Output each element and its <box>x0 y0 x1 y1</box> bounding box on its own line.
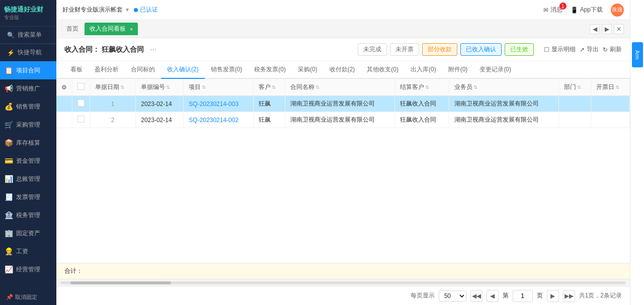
per-page-select[interactable]: 50 100 200 <box>439 290 466 301</box>
row-dept <box>591 96 629 112</box>
capital-icon: 💳 <box>4 156 13 165</box>
tab-close-button[interactable]: ✕ <box>614 24 624 34</box>
table-row[interactable]: 1 2023-02-14 SQ-20230214-003 狂飙 湖南卫视商业运营… <box>56 96 630 112</box>
total-pages-info: 共1页，2条记录 <box>579 291 622 300</box>
status-btn-active[interactable]: 已生效 <box>505 43 534 56</box>
settings-col-header[interactable]: ⚙ <box>56 79 72 96</box>
app-download-button[interactable]: 📱 App下载 <box>571 6 603 14</box>
scrollbar-thumb[interactable] <box>70 281 171 284</box>
sidebar-item-tax[interactable]: 🏦 税务管理 <box>0 206 56 224</box>
sidebar-item-label: 项目合同 <box>16 66 40 75</box>
sidebar-item-purchase[interactable]: 🛒 采购管理 <box>0 116 56 134</box>
row-checkbox[interactable] <box>72 112 90 128</box>
refresh-button[interactable]: ↻ 刷新 <box>603 45 622 54</box>
status-btn-uninvoiced[interactable]: 未开票 <box>390 43 419 56</box>
contract-header: 收入合同： 狂飙收入合同 ··· 未完成 未开票 部分收款 已收入确认 已生效 … <box>56 38 630 61</box>
export-button[interactable]: ↗ 导出 <box>580 45 599 54</box>
sidebar-item-label: 销售管理 <box>16 103 40 111</box>
search-label: 搜索菜单 <box>18 31 42 39</box>
sub-tabs: 看板 盈利分析 合同标的 收入确认(2) 销售发票(0) 税务发票(0) 采购(… <box>56 61 630 79</box>
next-page-button[interactable]: ▶ <box>547 290 559 302</box>
ops-icon: 📈 <box>4 265 13 274</box>
tabbar: 首页 收入合同看板 × ◀ ▶ ✕ <box>56 20 630 38</box>
sidebar-search[interactable]: 🔍 搜索菜单 <box>0 27 56 44</box>
table-row[interactable]: 2 2023-02-14 SQ-20230214-002 狂飙 湖南卫视商业运营… <box>56 112 630 128</box>
message-button[interactable]: ✉ 1 消息 <box>543 6 562 14</box>
tab-next-button[interactable]: ▶ <box>602 24 612 34</box>
sub-tab-tax-invoice[interactable]: 税务发票(0) <box>248 61 292 79</box>
topbar-right: ✉ 1 消息 📱 App下载 珠珠 <box>543 4 624 17</box>
first-page-button[interactable]: ◀◀ <box>470 290 482 302</box>
sidebar-item-invoice[interactable]: 🧾 发票管理 <box>0 188 56 206</box>
sidebar-item-inventory[interactable]: 📦 库存核算 <box>0 134 56 152</box>
sales-col-header: 业务员⇅ <box>449 79 558 96</box>
sidebar-item-marketing[interactable]: 📢 营销推广 <box>0 79 56 97</box>
page-number-input[interactable] <box>513 290 533 302</box>
number-col-header: 单据编号⇅ <box>136 79 184 96</box>
sub-tab-attachment[interactable]: 附件(0) <box>442 61 474 79</box>
app-label: App下载 <box>580 6 603 14</box>
last-page-button[interactable]: ▶▶ <box>563 290 575 302</box>
sub-tab-warehouse[interactable]: 出入库(0) <box>405 61 442 79</box>
right-panel-button[interactable]: Arm <box>632 42 643 67</box>
right-panel: Arm <box>630 0 644 305</box>
general-icon: 📊 <box>4 174 13 183</box>
sub-tab-changes[interactable]: 变更记录(0) <box>473 61 517 79</box>
doc-number-link[interactable]: SQ-20230214-003 <box>189 100 238 108</box>
horizontal-scrollbar[interactable] <box>56 279 630 286</box>
sub-tab-board[interactable]: 看板 <box>64 61 89 79</box>
status-btn-partial[interactable]: 部分收款 <box>422 43 457 56</box>
user-avatar[interactable]: 珠珠 <box>611 4 624 17</box>
purchase-icon: 🛒 <box>4 120 13 129</box>
certified-label: 已认证 <box>140 6 158 14</box>
sidebar-item-label: 库存核算 <box>16 139 40 147</box>
sidebar-item-sales[interactable]: 💰 销售管理 <box>0 97 56 116</box>
pagination: 每页显示 50 100 200 ◀◀ ◀ 第 页 ▶ ▶▶ 共1页，2条记录 <box>56 286 630 305</box>
sidebar-item-project[interactable]: 📋 项目合同 <box>0 61 56 79</box>
sub-tab-purchase[interactable]: 采购(0) <box>292 61 324 79</box>
status-btn-incomplete[interactable]: 未完成 <box>358 43 387 56</box>
sidebar-quick-nav[interactable]: ⚡ 快捷导航 <box>0 44 56 61</box>
settle-customer-col-header: 结算客户⇅ <box>395 79 449 96</box>
company-selector[interactable]: 好业财专业版演示帐套 ▼ <box>62 6 130 14</box>
sub-tab-payment[interactable]: 收付款(2) <box>324 61 361 79</box>
doc-number-link[interactable]: SQ-20230214-002 <box>189 117 238 124</box>
prev-page-button[interactable]: ◀ <box>487 290 499 302</box>
row-project: 狂飙 <box>253 96 285 112</box>
sidebar-item-asset[interactable]: 🏢 固定资产 <box>0 224 56 242</box>
topbar-left: 好业财专业版演示帐套 ▼ 已认证 <box>62 6 158 14</box>
header-checkbox[interactable] <box>77 83 85 90</box>
sidebar-item-general[interactable]: 📊 总账管理 <box>0 170 56 188</box>
scrollbar-track <box>60 281 626 284</box>
sub-tab-revenue[interactable]: 收入确认(2) <box>161 61 205 79</box>
sub-tab-profit[interactable]: 盈利分析 <box>89 61 125 79</box>
open-date-col-header: 开票日⇅ <box>591 79 629 96</box>
row-checkbox[interactable] <box>72 96 90 112</box>
row-customer: 湖南卫视商业运营发展有限公司 <box>285 96 395 112</box>
show-detail-button[interactable]: ☐ 显示明细 <box>544 45 576 54</box>
app-icon: 📱 <box>571 7 578 14</box>
tab-prev-button[interactable]: ◀ <box>590 24 600 34</box>
sub-tab-other[interactable]: 其他收支(0) <box>361 61 405 79</box>
export-icon: ↗ <box>580 46 585 53</box>
row-customer: 湖南卫视商业运营发展有限公司 <box>285 112 395 128</box>
contract-status-buttons: 未完成 未开票 部分收款 已收入确认 已生效 <box>358 43 534 56</box>
sub-tab-sales-invoice[interactable]: 销售发票(0) <box>205 61 249 79</box>
checkbox-col-header[interactable] <box>72 79 90 96</box>
sidebar-item-hr[interactable]: 👷 工资 <box>0 242 56 260</box>
home-tab[interactable]: 首页 <box>62 25 83 33</box>
sidebar-bottom[interactable]: 📌 取消固定 <box>0 289 56 305</box>
status-btn-confirmed[interactable]: 已收入确认 <box>460 43 502 56</box>
show-detail-label: 显示明细 <box>551 45 576 54</box>
sidebar-item-capital[interactable]: 💳 资金管理 <box>0 152 56 170</box>
tabbar-controls: ◀ ▶ ✕ <box>590 24 624 34</box>
refresh-label: 刷新 <box>610 45 622 54</box>
tab-close-icon[interactable]: × <box>130 26 133 32</box>
content-area: 收入合同： 狂飙收入合同 ··· 未完成 未开票 部分收款 已收入确认 已生效 … <box>56 38 630 305</box>
sidebar-item-ops[interactable]: 📈 经营管理 <box>0 260 56 278</box>
contract-more-button[interactable]: ··· <box>150 45 156 54</box>
sidebar-item-label: 营销推广 <box>16 84 40 93</box>
certified-badge: 已认证 <box>134 6 158 14</box>
sub-tab-subject[interactable]: 合同标的 <box>125 61 161 79</box>
active-tab[interactable]: 收入合同看板 × <box>85 23 138 35</box>
